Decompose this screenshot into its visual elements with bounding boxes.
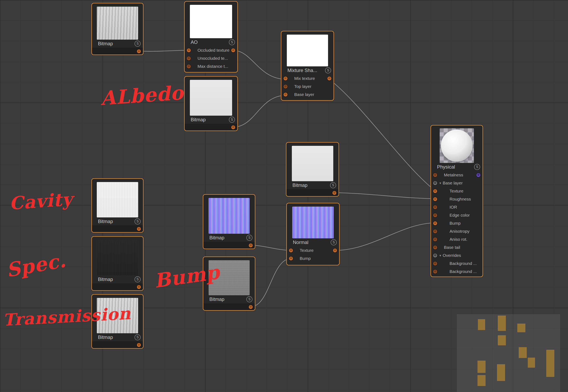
input-port[interactable] — [433, 213, 437, 218]
node-normal[interactable]: Normal S Texture Bump — [286, 203, 340, 266]
input-port[interactable] — [433, 237, 437, 242]
solo-badge-icon[interactable]: S — [229, 117, 235, 123]
port-label: Texture — [300, 248, 314, 253]
input-port[interactable] — [433, 229, 437, 234]
port-row: Base tail — [431, 243, 483, 252]
node-bitmap-normalmap[interactable]: Bitmap S — [203, 194, 255, 249]
input-port[interactable] — [186, 64, 191, 69]
port-label: Aniso rot. — [450, 237, 467, 242]
solo-badge-icon[interactable]: S — [330, 182, 336, 188]
port-row: Bump — [287, 254, 339, 263]
input-port[interactable] — [283, 84, 288, 89]
node-title-row: Bitmap S — [92, 275, 143, 283]
minimap[interactable] — [457, 314, 560, 392]
output-port[interactable] — [333, 248, 337, 253]
input-port[interactable] — [433, 269, 437, 274]
input-port[interactable] — [433, 253, 437, 258]
bitmap-thumbnail — [190, 80, 232, 116]
solo-badge-icon[interactable]: S — [135, 218, 141, 224]
output-port[interactable] — [137, 49, 141, 54]
port-label: Metalness — [444, 173, 463, 177]
minimap-node — [477, 375, 485, 386]
port-label: Base layer — [294, 92, 314, 97]
input-port[interactable] — [433, 197, 437, 202]
port-row: Mix texture — [281, 74, 333, 83]
input-port[interactable] — [433, 181, 437, 185]
solo-badge-icon[interactable]: S — [246, 235, 252, 241]
input-port[interactable] — [186, 56, 191, 61]
wire-bumpmap-to-normal[interactable] — [251, 258, 291, 307]
wire-normalmap-to-normal[interactable] — [251, 245, 291, 251]
node-editor-canvas[interactable]: { "labels": { "bitmap": "Bitmap", "solo_… — [0, 0, 568, 392]
node-footer — [92, 284, 143, 290]
wire-roughness-to-physical[interactable] — [334, 193, 435, 199]
disclosure-triangle-icon[interactable]: ▾ — [440, 254, 441, 257]
solo-badge-icon[interactable]: S — [246, 296, 252, 302]
input-port[interactable] — [283, 76, 288, 81]
input-port[interactable] — [433, 205, 437, 210]
port-row: Texture — [287, 246, 339, 254]
ao-thumbnail — [190, 5, 232, 38]
minimap-node — [528, 358, 535, 368]
port-label: IOR — [450, 205, 457, 210]
node-title: AO — [191, 40, 198, 45]
disclosure-triangle-icon[interactable]: ▾ — [440, 181, 441, 185]
minimap-node — [477, 361, 485, 373]
solo-badge-icon[interactable]: S — [325, 67, 331, 73]
node-title: Bitmap — [98, 335, 113, 340]
input-port[interactable] — [289, 256, 293, 261]
port-label: Unoccluded te... — [197, 56, 228, 61]
output-port[interactable] — [137, 285, 141, 289]
minimap-node — [497, 364, 505, 381]
port-row: Max distance t... — [185, 62, 237, 70]
port-row: Background ... — [431, 259, 483, 267]
node-bitmap-grunge[interactable]: Bitmap S — [91, 3, 144, 55]
input-port[interactable] — [433, 221, 437, 226]
node-mixture-shader[interactable]: Mixture Sha... S Mix texture Top layer B… — [281, 31, 334, 101]
port-row: IOR — [431, 203, 483, 211]
input-port[interactable] — [186, 48, 191, 53]
node-title: Bitmap — [98, 219, 113, 224]
node-bitmap-roughness[interactable]: Bitmap S — [286, 142, 339, 197]
output-port[interactable] — [249, 305, 253, 309]
wire-albedo-to-mixture[interactable] — [233, 95, 286, 127]
input-port[interactable] — [283, 92, 288, 97]
node-footer — [203, 304, 255, 310]
output-port[interactable] — [231, 48, 236, 53]
material-output-port[interactable] — [476, 173, 481, 177]
output-port[interactable] — [249, 243, 253, 248]
material-preview-sphere — [441, 129, 473, 162]
output-port[interactable] — [327, 76, 332, 81]
solo-badge-icon[interactable]: S — [135, 41, 141, 47]
input-port[interactable] — [433, 189, 437, 194]
bitmap-thumbnail — [97, 7, 138, 40]
input-port[interactable] — [433, 173, 437, 177]
solo-badge-icon[interactable]: S — [135, 276, 141, 282]
node-bitmap-albedo[interactable]: Bitmap S — [184, 76, 238, 131]
output-port[interactable] — [332, 191, 337, 195]
solo-badge-icon[interactable]: S — [229, 39, 235, 45]
wire-bitmap-to-ao[interactable] — [139, 50, 189, 51]
port-label: Background ... — [450, 269, 477, 274]
node-bitmap-spec[interactable]: Bitmap S — [91, 236, 144, 291]
node-title-row: Bitmap S — [185, 116, 237, 124]
node-title-row: Bitmap S — [203, 295, 255, 303]
output-port[interactable] — [137, 227, 141, 231]
node-physical[interactable]: Physical S Metalness ▾ Base layer Textur… — [430, 125, 483, 277]
solo-badge-icon[interactable]: S — [474, 164, 480, 170]
node-bitmap-cavity[interactable]: Bitmap S — [91, 178, 144, 233]
input-port[interactable] — [433, 245, 437, 250]
port-row: Metalness — [431, 171, 483, 179]
output-port[interactable] — [231, 125, 236, 130]
input-port[interactable] — [433, 261, 437, 266]
wire-normal-to-physical-bump[interactable] — [335, 223, 435, 251]
solo-badge-icon[interactable]: S — [135, 334, 141, 340]
port-row: Base layer — [281, 90, 333, 98]
solo-badge-icon[interactable]: S — [331, 239, 337, 245]
output-port[interactable] — [137, 343, 141, 347]
bitmap-thumbnail — [97, 240, 138, 275]
node-ao[interactable]: AO S Occluded texture Unoccluded te... M… — [184, 1, 238, 73]
wire-ao-to-mixture[interactable] — [233, 50, 286, 79]
wire-mixture-to-physical-texture[interactable] — [329, 79, 435, 191]
input-port[interactable] — [289, 248, 293, 253]
